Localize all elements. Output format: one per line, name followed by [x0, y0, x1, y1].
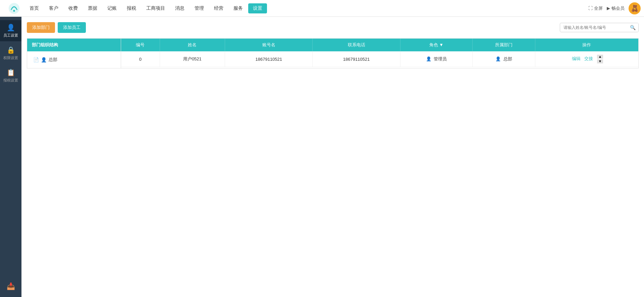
scroll-down-button[interactable]: ▼ [597, 59, 603, 63]
top-navigation: 首页 客户 收费 票据 记账 报税 工商项目 消息 管理 经营 服务 设置 ⛶ … [0, 0, 644, 17]
nav-account[interactable]: 记账 [103, 3, 121, 13]
col-dept: 所属部门 [473, 39, 535, 51]
department-panel: 部门组织结构 📄 👤 总部 [27, 39, 121, 68]
download-icon: 📥 [7, 282, 15, 290]
nav-manage[interactable]: 管理 [190, 3, 209, 13]
scroll-up-button[interactable]: ▲ [597, 55, 603, 59]
dept-tree: 📄 👤 总部 [27, 51, 121, 68]
cell-account: 18679110521 [225, 51, 313, 67]
nav-business[interactable]: 工商项目 [142, 3, 170, 13]
svg-point-0 [9, 3, 19, 13]
cell-dept: 👤 总部 [473, 51, 535, 67]
avatar[interactable]: 🧸 [629, 2, 641, 14]
nav-service[interactable]: 服务 [229, 3, 248, 13]
file-icon: 📄 [33, 57, 39, 62]
sidebar-label-employee: 员工设置 [3, 33, 18, 38]
toolbar: 添加部门 添加员工 🔍 [27, 22, 639, 33]
col-action: 操作 [535, 39, 638, 51]
col-phone: 联系电话 [313, 39, 400, 51]
permission-icon: 🔒 [7, 46, 15, 54]
nav-items: 首页 客户 收费 票据 记账 报税 工商项目 消息 管理 经营 服务 设置 [25, 3, 588, 13]
sidebar-item-permission[interactable]: 🔒 权限设置 [0, 43, 21, 64]
nav-home[interactable]: 首页 [25, 3, 44, 13]
col-name: 姓名 [160, 39, 225, 51]
sidebar: 👤 员工设置 🔒 权限设置 📋 报税设置 📥 [0, 17, 21, 297]
dept-tree-item-root[interactable]: 📄 👤 总部 [31, 55, 117, 65]
vip-icon: ▶ [607, 6, 610, 11]
row-scroll-controls: ▲ ▼ [597, 55, 603, 63]
employee-panel: 编号 姓名 账号名 联系电话 角色 ▼ 所属部门 操作 0 用户0521 [121, 39, 638, 68]
cell-id: 0 [121, 51, 160, 67]
handover-button[interactable]: 交接 [583, 56, 594, 62]
role-user-icon: 👤 [426, 56, 431, 61]
role-label: 管理员 [434, 56, 447, 61]
fullscreen-label: 全屏 [594, 5, 603, 11]
fullscreen-button[interactable]: ⛶ 全屏 [588, 5, 603, 11]
edit-button[interactable]: 编辑 [571, 56, 582, 62]
employee-table: 编号 姓名 账号名 联系电话 角色 ▼ 所属部门 操作 0 用户0521 [121, 39, 638, 67]
fullscreen-icon: ⛶ [588, 6, 593, 11]
cell-role: 👤 管理员 [400, 51, 472, 67]
sidebar-item-tax-settings[interactable]: 📋 报税设置 [0, 65, 21, 86]
col-account: 账号名 [225, 39, 313, 51]
table-row: 0 用户0521 18679110521 18679110521 👤 管理员 👤… [121, 51, 638, 67]
logo[interactable] [3, 2, 25, 14]
nav-right: ⛶ 全屏 ▶ 畅会员 🧸 [588, 2, 641, 14]
sidebar-item-employee[interactable]: 👤 员工设置 [0, 20, 21, 41]
cell-actions: 编辑 交接 ▲ ▼ [535, 51, 638, 67]
tax-settings-icon: 📋 [7, 68, 15, 77]
content-area: 部门组织结构 📄 👤 总部 编号 姓名 账号名 [27, 38, 639, 68]
main-layout: 👤 员工设置 🔒 权限设置 📋 报税设置 📥 添加部门 添加员工 🔍 [0, 17, 644, 297]
nav-customer[interactable]: 客户 [44, 3, 63, 13]
svg-point-1 [13, 10, 15, 11]
vip-label: 畅会员 [611, 5, 625, 11]
search-box: 🔍 [560, 23, 639, 32]
dept-user-icon-row: 👤 [495, 56, 501, 61]
cell-phone: 18679110521 [313, 51, 400, 67]
dept-panel-header: 部门组织结构 [27, 39, 121, 51]
dept-label: 总部 [503, 56, 512, 61]
search-input[interactable] [560, 23, 627, 32]
add-employee-button[interactable]: 添加员工 [58, 22, 86, 33]
nav-bill[interactable]: 票据 [83, 3, 102, 13]
dept-user-icon: 👤 [41, 57, 47, 62]
employee-icon: 👤 [7, 23, 15, 32]
col-role[interactable]: 角色 ▼ [400, 39, 472, 51]
col-id: 编号 [121, 39, 160, 51]
table-header-row: 编号 姓名 账号名 联系电话 角色 ▼ 所属部门 操作 [121, 39, 638, 51]
add-department-button[interactable]: 添加部门 [27, 22, 55, 33]
sidebar-label-permission: 权限设置 [3, 55, 18, 60]
cell-name: 用户0521 [160, 51, 225, 67]
search-button[interactable]: 🔍 [627, 23, 638, 32]
vip-button[interactable]: ▶ 畅会员 [607, 5, 625, 11]
nav-operation[interactable]: 经营 [209, 3, 228, 13]
main-content: 添加部门 添加员工 🔍 部门组织结构 📄 👤 总部 [21, 17, 644, 297]
sidebar-label-tax-settings: 报税设置 [3, 78, 18, 83]
dept-name-root: 总部 [49, 57, 57, 63]
nav-tax[interactable]: 报税 [122, 3, 141, 13]
nav-message[interactable]: 消息 [170, 3, 189, 13]
sidebar-item-download[interactable]: 📥 [0, 279, 21, 294]
nav-settings[interactable]: 设置 [248, 3, 267, 13]
nav-fee[interactable]: 收费 [64, 3, 83, 13]
